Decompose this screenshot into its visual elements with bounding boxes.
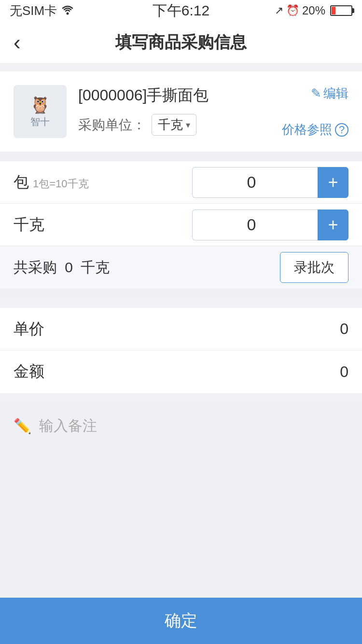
alarm-icon: ⏰ — [286, 4, 299, 17]
unit-price-label: 单价 — [14, 319, 44, 340]
kg-input-row: 千克 + — [0, 204, 362, 246]
dropdown-arrow-icon: ▾ — [186, 120, 190, 130]
battery-percent: 20% — [302, 4, 325, 17]
confirm-label: 确定 — [165, 610, 197, 632]
bao-input-row: 包1包=10千克 + — [0, 161, 362, 204]
unit-price-value: 0 — [340, 320, 348, 338]
edit-label: 编辑 — [323, 85, 348, 102]
total-amount: 0 — [65, 259, 73, 275]
amount-value: 0 — [340, 363, 348, 381]
amount-row: 金额 0 — [0, 350, 362, 393]
bao-sublabel: 1包=10千克 — [33, 178, 89, 190]
carrier-text: 无SIM卡 — [10, 2, 57, 19]
edit-button[interactable]: ✎ 编辑 — [311, 85, 348, 102]
price-ref-help-icon: ? — [335, 123, 348, 137]
price-section: 单价 0 金额 0 — [0, 308, 362, 393]
unit-select[interactable]: 千克 ▾ — [152, 114, 196, 136]
battery-icon — [330, 5, 352, 16]
status-bar: 无SIM卡 下午6:12 ↗ ⏰ 20% — [0, 0, 362, 21]
status-time: 下午6:12 — [153, 1, 209, 21]
edit-icon: ✎ — [311, 86, 321, 101]
product-logo: 🦉 — [30, 95, 50, 114]
kg-plus-button[interactable]: + — [318, 210, 348, 240]
bao-input[interactable] — [192, 167, 318, 198]
kg-input-right: + — [91, 210, 348, 240]
price-ref-label: 价格参照 — [282, 121, 332, 138]
remark-placeholder: 输入备注 — [39, 416, 97, 436]
product-thumbnail: 🦉 智十 — [14, 85, 67, 138]
total-row: 共采购 0 千克 录批次 — [0, 246, 362, 289]
page-title: 填写商品采购信息 — [115, 31, 247, 54]
kg-plus-icon: + — [328, 215, 338, 235]
location-icon: ↗ — [275, 4, 283, 17]
bao-plus-button[interactable]: + — [318, 167, 348, 198]
unit-price-row: 单价 0 — [0, 308, 362, 350]
remark-section[interactable]: ✏️ 输入备注 — [0, 403, 362, 449]
batch-label: 录批次 — [294, 260, 334, 275]
bao-label: 包1包=10千克 — [14, 172, 91, 193]
unit-select-value: 千克 — [158, 116, 183, 133]
wifi-icon — [61, 3, 74, 18]
confirm-button[interactable]: 确定 — [0, 598, 362, 644]
svg-point-0 — [67, 12, 69, 14]
product-card: 🦉 智十 [0000006]手撕面包 采购单位： 千克 ▾ ✎ 编辑 价格参照 … — [0, 71, 362, 152]
total-prefix: 共采购 — [14, 259, 57, 275]
section-divider-2 — [0, 289, 362, 298]
price-ref-button[interactable]: 价格参照 ? — [282, 121, 348, 138]
kg-label: 千克 — [14, 214, 91, 236]
section-divider-1 — [0, 152, 362, 161]
unit-label: 采购单位： — [78, 116, 146, 134]
nav-bar: ‹ 填写商品采购信息 — [0, 21, 362, 64]
status-right: ↗ ⏰ 20% — [275, 4, 352, 17]
remark-icon: ✏️ — [14, 418, 31, 434]
back-icon: ‹ — [14, 30, 21, 54]
status-left: 无SIM卡 — [10, 2, 74, 19]
total-suffix: 千克 — [81, 259, 110, 275]
kg-input[interactable] — [192, 210, 318, 240]
batch-button[interactable]: 录批次 — [280, 252, 348, 283]
product-name: [0000006]手撕面包 — [78, 85, 348, 106]
bao-input-right: + — [91, 167, 348, 198]
total-text: 共采购 0 千克 — [14, 258, 110, 278]
bao-plus-icon: + — [328, 172, 338, 193]
amount-label: 金额 — [14, 361, 44, 382]
back-button[interactable]: ‹ — [14, 30, 21, 55]
product-logo-text: 智十 — [30, 115, 50, 128]
content-area — [0, 449, 362, 604]
input-section: 包1包=10千克 + 千克 + — [0, 161, 362, 246]
